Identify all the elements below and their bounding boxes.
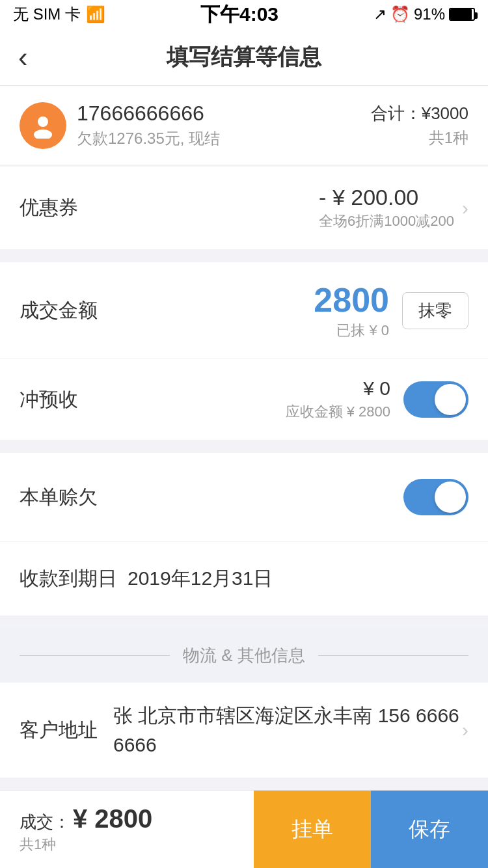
address-chevron-icon: › [462, 719, 468, 741]
back-button[interactable]: ‹ [18, 41, 28, 74]
avatar [20, 102, 66, 149]
pending-button[interactable]: 挂单 [254, 791, 371, 868]
coupon-amount: - ¥ 200.00 [319, 185, 454, 210]
toggle-knob [435, 384, 466, 415]
footer: 成交： ¥ 2800 共1种 挂单 保存 [0, 790, 488, 868]
section-divider-1 [0, 249, 488, 262]
total-label: 合计：¥3000 [371, 102, 468, 125]
page-title: 填写结算等信息 [167, 42, 321, 72]
nav-bar: ‹ 填写结算等信息 [0, 29, 488, 86]
chevron-right-icon: › [462, 197, 468, 219]
address-value: 张 北京市市辖区海淀区永丰南 156 6666 6666 [113, 701, 462, 759]
prepay-right: ¥ 0 应收金额 ¥ 2800 [286, 377, 468, 422]
deal-amount-info: 2800 已抹 ¥ 0 [314, 280, 389, 340]
address-row[interactable]: 客户地址 张 北京市市辖区海淀区永丰南 156 6666 6666 › [0, 683, 488, 778]
arrears-toggle[interactable] [403, 479, 468, 515]
prepay-info: ¥ 0 应收金额 ¥ 2800 [286, 377, 390, 422]
deal-amount-sub: 已抹 ¥ 0 [314, 321, 389, 340]
section-divider-3 [0, 616, 488, 629]
status-left: 无 SIM 卡 📶 [13, 4, 105, 25]
location-icon: ↗ [373, 5, 386, 23]
battery-label: 91% [414, 5, 445, 23]
coupon-row[interactable]: 优惠券 - ¥ 200.00 全场6折满1000减200 › [0, 166, 488, 249]
customer-left: 17666666666 欠款1276.35元, 现结 [20, 102, 220, 149]
due-date-row: 收款到期日 2019年12月31日 [0, 541, 488, 616]
carrier-label: 无 SIM 卡 [13, 4, 81, 25]
arrears-row: 本单赊欠 [0, 453, 488, 541]
due-date-value: 2019年12月31日 [128, 565, 273, 592]
section-divider-2 [0, 440, 488, 453]
prepay-row: 冲预收 ¥ 0 应收金额 ¥ 2800 [0, 359, 488, 440]
customer-info: 17666666666 欠款1276.35元, 现结 [77, 102, 220, 149]
alarm-icon: ⏰ [390, 5, 410, 23]
coupon-label: 优惠券 [20, 195, 78, 221]
footer-summary: 成交： ¥ 2800 共1种 [0, 791, 254, 868]
prepay-sub: 应收金额 ¥ 2800 [286, 402, 390, 422]
customer-right: 合计：¥3000 共1种 [371, 102, 468, 148]
address-label: 客户地址 [20, 717, 98, 744]
svg-point-0 [38, 116, 48, 127]
battery-icon [449, 8, 475, 21]
save-button[interactable]: 保存 [371, 791, 488, 868]
total-count: 共1种 [371, 128, 468, 148]
logistics-header: 物流 & 其他信息 [0, 629, 488, 683]
coupon-info: - ¥ 200.00 全场6折满1000减200 [319, 185, 454, 231]
prepay-toggle[interactable] [403, 381, 468, 418]
deal-amount-row: 成交金额 2800 已抹 ¥ 0 抹零 [0, 262, 488, 359]
coupon-description: 全场6折满1000减200 [319, 211, 454, 231]
status-right: ↗ ⏰ 91% [373, 5, 475, 23]
round-button[interactable]: 抹零 [402, 292, 468, 329]
prepay-label: 冲预收 [20, 387, 78, 413]
due-date-label: 收款到期日 [20, 565, 117, 592]
footer-deal-label: 成交： [20, 811, 70, 834]
customer-debt: 欠款1276.35元, 现结 [77, 128, 220, 149]
deal-amount-right: 2800 已抹 ¥ 0 抹零 [314, 280, 468, 340]
arrears-label: 本单赊欠 [20, 484, 98, 511]
deal-amount-section: 成交金额 2800 已抹 ¥ 0 抹零 冲预收 ¥ 0 应收金额 ¥ 2800 [0, 262, 488, 440]
footer-amount: ¥ 2800 [73, 804, 152, 834]
status-bar: 无 SIM 卡 📶 下午4:03 ↗ ⏰ 91% [0, 0, 488, 29]
svg-point-1 [34, 129, 52, 139]
prepay-value: ¥ 0 [286, 377, 390, 400]
arrears-toggle-knob [435, 481, 466, 513]
deal-amount-value: 2800 [314, 280, 389, 319]
deal-amount-label: 成交金额 [20, 297, 98, 324]
logistics-title: 物流 & 其他信息 [170, 644, 318, 667]
wifi-icon: 📶 [86, 5, 105, 23]
footer-count: 共1种 [20, 835, 234, 854]
customer-card: 17666666666 欠款1276.35元, 现结 合计：¥3000 共1种 [0, 86, 488, 165]
time-label: 下午4:03 [200, 1, 278, 28]
customer-phone: 17666666666 [77, 102, 220, 126]
coupon-right: - ¥ 200.00 全场6折满1000减200 › [319, 185, 468, 231]
